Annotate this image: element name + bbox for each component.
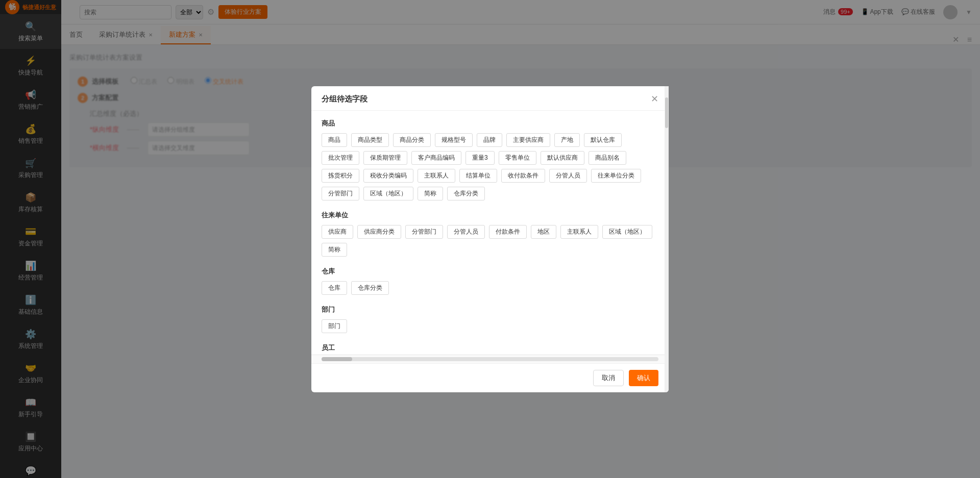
field-supervisor[interactable]: 分管人员 bbox=[549, 169, 587, 176]
field-retail-unit[interactable]: 零售单位 bbox=[499, 151, 536, 165]
field-default-warehouse[interactable]: 默认仓库 bbox=[584, 133, 622, 147]
field-weight3[interactable]: 重量3 bbox=[465, 151, 495, 165]
field-main-contact[interactable]: 主联系人 bbox=[418, 169, 455, 176]
field-product-type[interactable]: 商品类型 bbox=[351, 133, 389, 147]
modal-header: 分组待选字段 ✕ bbox=[311, 86, 669, 111]
modal: 分组待选字段 ✕ 商品 商品 商品类型 商品分类 规格型号 品牌 主要供应商 产… bbox=[311, 86, 669, 176]
section-product-title: 商品 bbox=[322, 119, 658, 128]
modal-overlay: 分组待选字段 ✕ 商品 商品 商品类型 商品分类 规格型号 品牌 主要供应商 产… bbox=[0, 0, 980, 175]
field-shelf-life[interactable]: 保质期管理 bbox=[363, 151, 407, 165]
field-origin[interactable]: 产地 bbox=[554, 133, 580, 147]
field-tax-code[interactable]: 税收分类编码 bbox=[363, 169, 413, 176]
section-product: 商品 商品 商品类型 商品分类 规格型号 品牌 主要供应商 产地 默认仓库 批次… bbox=[322, 119, 658, 176]
modal-body[interactable]: 商品 商品 商品类型 商品分类 规格型号 品牌 主要供应商 产地 默认仓库 批次… bbox=[311, 111, 669, 176]
field-settlement-unit[interactable]: 结算单位 bbox=[459, 169, 497, 176]
vscroll-thumb bbox=[665, 97, 668, 128]
field-default-supplier[interactable]: 默认供应商 bbox=[541, 151, 584, 165]
field-product-category[interactable]: 商品分类 bbox=[393, 133, 431, 147]
product-fields: 商品 商品类型 商品分类 规格型号 品牌 主要供应商 产地 默认仓库 批次管理 … bbox=[322, 133, 658, 176]
field-batch-mgmt[interactable]: 批次管理 bbox=[322, 151, 359, 165]
field-product-alias[interactable]: 商品别名 bbox=[589, 151, 626, 165]
modal-title: 分组待选字段 bbox=[322, 94, 368, 104]
modal-close-button[interactable]: ✕ bbox=[651, 94, 658, 104]
field-main-supplier[interactable]: 主要供应商 bbox=[506, 133, 550, 147]
field-pick-points[interactable]: 拣货积分 bbox=[322, 169, 359, 176]
field-partner-category[interactable]: 往来单位分类 bbox=[591, 169, 641, 176]
field-spec-type[interactable]: 规格型号 bbox=[435, 133, 473, 147]
vscroll-indicator bbox=[665, 86, 669, 176]
field-product[interactable]: 商品 bbox=[322, 133, 347, 147]
field-customer-code[interactable]: 客户商品编码 bbox=[411, 151, 461, 165]
field-brand[interactable]: 品牌 bbox=[477, 133, 502, 147]
field-payment-terms[interactable]: 收付款条件 bbox=[501, 169, 545, 176]
